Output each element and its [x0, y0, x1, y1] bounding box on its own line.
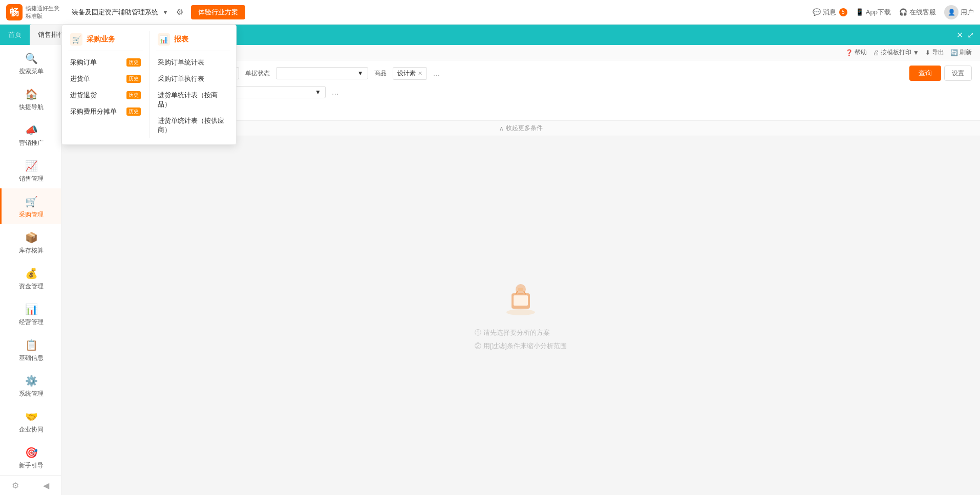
dropdown-item-inbound[interactable]: 进货单 历史: [68, 71, 143, 87]
refresh-btn[interactable]: 🔄 刷新: [950, 48, 972, 57]
voucher-status-select[interactable]: ▼: [276, 67, 368, 79]
search-icon: 🔍: [25, 52, 38, 64]
sidebar-settings-btn[interactable]: ⚙: [12, 481, 19, 490]
sidebar-item-finance[interactable]: 💰 资金管理: [0, 260, 61, 296]
dropdown-col-report: 📊 报表 采购订单统计表 采购订单执行表 进货单统计表（按商品） 进货单统计表（…: [149, 31, 237, 138]
sidebar-item-purchase[interactable]: 🛒 采购管理: [0, 188, 61, 224]
svg-rect-2: [514, 295, 528, 306]
dropdown-heading-report: 📊 报表: [156, 31, 230, 51]
tab-bar-right: ✕ ⤢: [956, 30, 980, 40]
tab-close-icon[interactable]: ✕: [956, 30, 963, 40]
user-label: 用户: [961, 8, 974, 17]
sidebar-item-sales[interactable]: 📈 销售管理: [0, 153, 61, 188]
sidebar-item-operations[interactable]: 📊 经营管理: [0, 296, 61, 332]
sidebar-label-marketing: 营销推广: [19, 139, 44, 147]
refresh-icon: 🔄: [950, 49, 958, 56]
sidebar-label-search: 搜索菜单: [19, 67, 44, 76]
help-btn[interactable]: ❓ 帮助: [845, 48, 867, 57]
sidebar-label-enterprise: 企业协同: [19, 425, 44, 434]
collapse-label: 收起更多条件: [506, 124, 543, 133]
empty-illustration: [500, 279, 541, 320]
dropdown-item-inbound-supplier[interactable]: 进货单统计表（按供应商）: [156, 113, 230, 138]
logo-area: 畅 畅捷通好生意 标准版: [6, 4, 68, 20]
sidebar-label-guide: 新手引导: [19, 461, 44, 470]
purchase-icon: 🛒: [25, 196, 38, 208]
refresh-label: 刷新: [960, 48, 972, 57]
dropdown-heading-purchase: 🛒 采购业务: [68, 31, 143, 51]
cost-history-badge: 历史: [126, 107, 141, 116]
sidebar-item-system[interactable]: ⚙️ 系统管理: [0, 368, 61, 403]
app-download-item[interactable]: 📱 App下载: [856, 8, 891, 17]
help-icon: ❓: [845, 49, 853, 56]
inbound-label: 进货单: [70, 74, 90, 83]
cost-label: 采购费用分摊单: [70, 107, 117, 116]
inbound-stat-label: 进货单统计表（按商品）: [158, 91, 228, 109]
header-settings-btn[interactable]: ⚙: [173, 5, 187, 19]
notification-count: 5: [839, 8, 847, 16]
empty-hint-1: 请先选择要分析的方案: [475, 326, 567, 339]
dropdown-item-cost[interactable]: 采购费用分摊单 历史: [68, 103, 143, 120]
user-item[interactable]: 👤 用户: [944, 5, 974, 19]
headset-icon: 🎧: [899, 8, 907, 16]
dropdown-item-po-stat[interactable]: 采购订单统计表: [156, 54, 230, 71]
sidebar-label-inventory: 库存核算: [19, 246, 44, 255]
sidebar-label-basic: 基础信息: [19, 354, 44, 362]
goods-tag: 设计素 ✕: [393, 67, 427, 80]
sidebar-item-marketing[interactable]: 📣 营销推广: [0, 117, 61, 153]
industry-btn[interactable]: 体验行业方案: [191, 5, 245, 19]
purchase-heading-label: 采购业务: [87, 35, 115, 44]
goods-tag-value: 设计素: [397, 69, 416, 78]
phone-icon: 📱: [856, 8, 864, 16]
sidebar-label-purchase: 采购管理: [19, 210, 44, 219]
tab-expand-icon[interactable]: ⤢: [967, 30, 974, 40]
goods-dots[interactable]: ...: [433, 69, 440, 78]
salesperson-dots[interactable]: ...: [332, 88, 338, 97]
online-service-label: 在线客服: [909, 8, 936, 17]
sidebar-item-basic[interactable]: 📋 基础信息: [0, 332, 61, 368]
dropdown-item-return[interactable]: 进货退货 历史: [68, 87, 143, 103]
finance-icon: 💰: [25, 267, 38, 279]
sidebar-item-quicknav[interactable]: 🏠 快捷导航: [0, 81, 61, 117]
online-service-item[interactable]: 🎧 在线客服: [899, 8, 936, 17]
guide-icon: 🎯: [25, 446, 38, 459]
po-history-badge: 历史: [126, 58, 141, 67]
logo-text: 畅捷通好生意 标准版: [26, 5, 59, 19]
svg-rect-4: [518, 288, 523, 291]
dropdown-item-inbound-stat[interactable]: 进货单统计表（按商品）: [156, 87, 230, 113]
dropdown-item-po[interactable]: 采购订单 历史: [68, 54, 143, 71]
dropdown-menu: 🛒 采购业务 采购订单 历史 进货单 历史 进货退货 历史 采购费用分摊单 历史…: [61, 25, 237, 145]
goods-tag-close[interactable]: ✕: [418, 70, 422, 77]
purchase-heading-icon: 🛒: [70, 33, 82, 46]
svg-point-0: [506, 309, 535, 315]
export-btn[interactable]: ⬇ 导出: [925, 48, 944, 57]
empty-hints: 请先选择要分析的方案 用[过滤]条件来缩小分析范围: [475, 326, 567, 353]
sales-icon: 📈: [25, 160, 38, 172]
tab-home[interactable]: 首页: [0, 25, 30, 45]
filter-actions: 查询 设置: [909, 66, 972, 81]
salesperson-select[interactable]: ▼: [233, 86, 326, 98]
dropdown-col-purchase: 🛒 采购业务 采购订单 历史 进货单 历史 进货退货 历史 采购费用分摊单 历史: [62, 31, 149, 138]
home-icon: 🏠: [25, 88, 38, 100]
system-title-dropdown[interactable]: ▼: [162, 9, 168, 16]
sidebar-label-finance: 资金管理: [19, 282, 44, 291]
tab-home-label: 首页: [8, 30, 22, 39]
logo-line1: 畅捷通好生意: [26, 5, 59, 12]
sidebar-item-guide[interactable]: 🎯 新手引导: [0, 439, 61, 475]
print-label: 按模板打印: [881, 48, 911, 57]
notification-item[interactable]: 💬 消息 5: [813, 8, 847, 17]
voucher-status-label: 单据状态: [245, 69, 270, 78]
sidebar-item-inventory[interactable]: 📦 库存核算: [0, 224, 61, 260]
dropdown-item-po-exec[interactable]: 采购订单执行表: [156, 71, 230, 87]
query-btn[interactable]: 查询: [909, 66, 941, 81]
sidebar-item-enterprise[interactable]: 🤝 企业协同: [0, 403, 61, 439]
sidebar-item-search[interactable]: 🔍 搜索菜单: [0, 45, 61, 81]
filter-settings-btn[interactable]: 设置: [944, 66, 972, 81]
export-label: 导出: [932, 48, 944, 57]
sidebar-bottom: ⚙ ◀: [0, 475, 61, 495]
print-template-btn[interactable]: 🖨 按模板打印 ▼: [873, 48, 919, 57]
inbound-history-badge: 历史: [126, 75, 141, 83]
sidebar-collapse-btn[interactable]: ◀: [43, 481, 49, 490]
voucher-status-arrow: ▼: [357, 70, 364, 77]
inventory-icon: 📦: [25, 231, 38, 244]
empty-state: 请先选择要分析的方案 用[过滤]条件来缩小分析范围: [61, 136, 980, 495]
